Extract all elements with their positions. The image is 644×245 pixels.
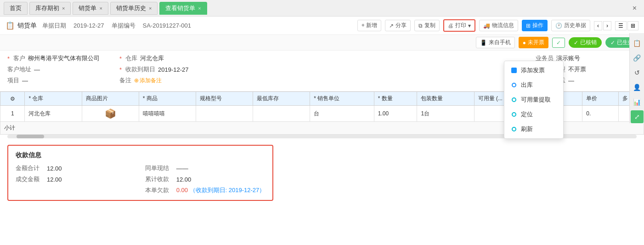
- doc-number-value: SA-20191227-001: [143, 22, 192, 29]
- cell-product: 嘻嘻嘻嘻: [139, 106, 196, 122]
- doc-date-label: 单据日期: [42, 22, 66, 30]
- cumulative-row: 累计收款 12.00: [145, 175, 266, 183]
- add-note-button[interactable]: ⊕ 添加备注: [134, 77, 162, 85]
- col-settings[interactable]: ⚙: [0, 92, 25, 106]
- arrears-amount: 0.00: [176, 187, 188, 194]
- logistics-button[interactable]: 🚚 物流信息: [479, 20, 518, 31]
- note-field: 备注 ⊕ 添加备注: [119, 76, 220, 85]
- doc-header: 📋 销货单 单据日期 2019-12-27 单据编号 SA-20191227-0…: [0, 17, 644, 35]
- grid-view-button[interactable]: ⊞: [627, 21, 638, 30]
- doc-icon: 📋: [6, 21, 15, 30]
- copy-label: 复制: [424, 22, 435, 29]
- cell-sales-unit: 台: [310, 106, 374, 122]
- total-label: 金额合计: [16, 164, 43, 172]
- refresh-label: 刷新: [521, 125, 533, 133]
- cell-quantity: 1.00: [374, 106, 417, 122]
- share-button[interactable]: ↗ 分享: [385, 20, 411, 31]
- col-min-stock: 最低库存: [253, 92, 310, 106]
- print-label: 打印: [455, 22, 466, 29]
- sidebar-icon-4[interactable]: 👤: [631, 81, 644, 94]
- from-phone-button[interactable]: 📱 来自手机: [476, 37, 515, 48]
- add-note-icon: ⊕: [134, 77, 139, 84]
- locate-item[interactable]: 定位: [504, 107, 563, 122]
- sidebar-icon-3[interactable]: ↺: [631, 66, 644, 79]
- col-product-img: 商品图片: [82, 92, 139, 106]
- payment-date-field: * 收款到期日 2019-12-27: [119, 65, 220, 74]
- payment-grid: 金额合计 12.00 同单现结 —— 成交金额 12.00 累计收款 12.00: [16, 164, 265, 194]
- share-icon: ↗: [389, 23, 394, 29]
- doc-meta: 单据日期 2019-12-27 单据编号 SA-20191227-001: [42, 22, 191, 30]
- scroll-thumb[interactable]: [17, 135, 44, 138]
- warehouse-value: 河北仓库: [140, 54, 164, 63]
- bottom-section: 收款信息 金额合计 12.00 同单现结 —— 成交金额 12.00: [0, 140, 644, 205]
- doc-title-text: 销货单: [17, 22, 37, 30]
- share-label: 分享: [395, 22, 407, 29]
- refresh-icon: [511, 126, 517, 132]
- tab-bar: 首页 库存期初 × 销货单 × 销货单历史 × 查看销货单 × ×: [0, 0, 644, 17]
- col-pack-qty: 包装数量: [417, 92, 474, 106]
- main-content: 📋 销货单 单据日期 2019-12-27 单据编号 SA-20191227-0…: [0, 17, 644, 245]
- list-view-button[interactable]: ☰: [615, 21, 627, 30]
- logistics-label: 物流信息: [492, 22, 514, 29]
- history-button[interactable]: 🕐 历史单据: [551, 20, 590, 31]
- tab-sales-history-close[interactable]: ×: [149, 6, 152, 11]
- payment-box: 收款信息 金额合计 12.00 同单现结 —— 成交金额 12.00: [7, 145, 273, 201]
- sidebar-icon-expand[interactable]: ⤢: [631, 110, 644, 123]
- tab-inventory-close[interactable]: ×: [62, 6, 65, 11]
- tab-sales[interactable]: 销货单 ×: [73, 2, 108, 15]
- sidebar-icon-2[interactable]: 🔗: [631, 51, 644, 64]
- not-open-button[interactable]: ● 未开票: [519, 37, 548, 48]
- cell-spec: [196, 106, 253, 122]
- col-unit-price: 单价: [582, 92, 618, 106]
- doc-date-value: 2019-12-27: [73, 22, 104, 29]
- add-invoice-item[interactable]: 添加发票: [504, 63, 563, 78]
- tab-sales-close[interactable]: ×: [99, 6, 102, 11]
- customer-value: 柳州粤港平安气体有限公司: [28, 54, 100, 63]
- confirm-button[interactable]: ✓: [552, 38, 565, 48]
- arrears-value: 0.00 （收款到期日: 2019-12-27）: [176, 186, 266, 194]
- copy-button[interactable]: ⧉ 复制: [414, 20, 440, 31]
- customer-label: 客户: [13, 54, 25, 63]
- cell-product-img: 📦: [82, 106, 139, 122]
- tab-inventory-label: 库存期初: [35, 4, 59, 12]
- copy-icon: ⧉: [418, 23, 423, 29]
- available-qty-item[interactable]: 可用量提取: [504, 92, 563, 107]
- payment-date-required: *: [119, 66, 122, 73]
- sidebar-icon-1[interactable]: 📋: [631, 37, 644, 50]
- refresh-item[interactable]: 刷新: [504, 122, 563, 137]
- cell-index: 1: [0, 106, 25, 122]
- checked-button[interactable]: ✓ 已核销: [569, 37, 602, 48]
- not-open-label: 未开票: [528, 39, 544, 46]
- tab-inventory[interactable]: 库存期初 ×: [29, 2, 71, 15]
- view-toggle: ☰ ⊞: [615, 21, 638, 30]
- new-button[interactable]: + 新增: [357, 20, 381, 31]
- tab-view-sales-close[interactable]: ×: [198, 6, 201, 11]
- print-dropdown-arrow[interactable]: ▾: [468, 23, 471, 29]
- effective-icon: ✓: [610, 40, 615, 46]
- locate-label: 定位: [521, 110, 533, 119]
- project-label: 项目: [7, 76, 19, 85]
- tab-view-sales[interactable]: 查看销货单 ×: [159, 2, 207, 15]
- total-row: 金额合计 12.00: [16, 164, 136, 172]
- address-label: 客户地址: [7, 65, 31, 74]
- sidebar-icon-5[interactable]: 📊: [631, 96, 644, 108]
- payment-date-label: 收款到期日: [125, 65, 155, 74]
- prev-button[interactable]: ‹: [594, 21, 602, 30]
- tab-sales-history[interactable]: 销货单历史 ×: [110, 2, 158, 15]
- same-order-row: 同单现结 ——: [145, 164, 266, 172]
- nav-arrows: ‹ ›: [594, 21, 611, 30]
- payment-date-value: 2019-12-27: [158, 66, 189, 73]
- print-icon: 🖨: [448, 23, 453, 29]
- invoice-type-value: 不开票: [568, 65, 586, 74]
- doc-actions: + 新增 ↗ 分享 ⧉ 复制 🖨 打印 ▾ 🚚 物流信息: [357, 19, 638, 32]
- operation-dropdown: 添加发票 出库 可用量提取 定位: [504, 61, 564, 139]
- window-close-button[interactable]: ×: [629, 4, 640, 12]
- next-button[interactable]: ›: [603, 21, 611, 30]
- print-button[interactable]: 🖨 打印 ▾: [443, 19, 475, 32]
- operate-button[interactable]: ⊞ 操作: [522, 20, 548, 31]
- right-sidebar: 📋 🔗 ↺ 👤 📊 ⤢: [629, 33, 644, 123]
- outbound-icon: [511, 82, 517, 88]
- tab-home[interactable]: 首页: [4, 2, 28, 15]
- operate-grid-icon: ⊞: [526, 23, 531, 29]
- outbound-item[interactable]: 出库: [504, 78, 563, 92]
